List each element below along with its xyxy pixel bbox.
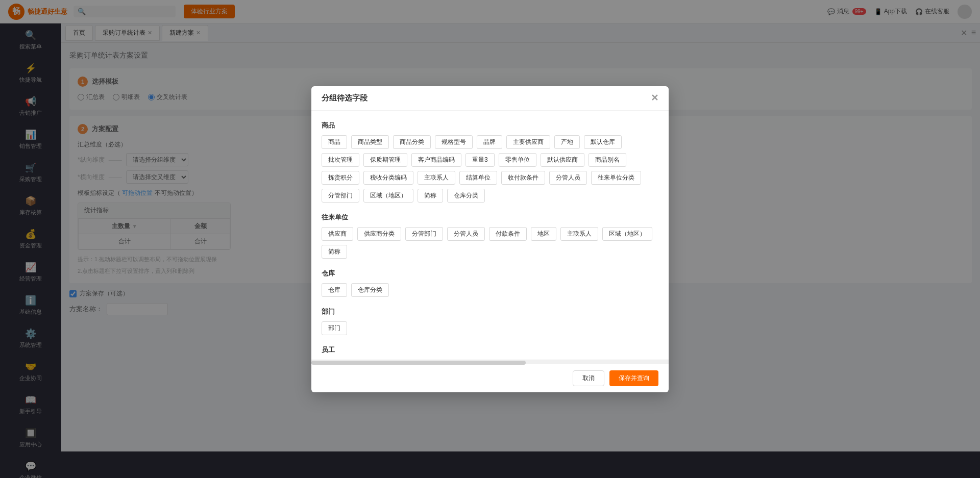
tag-origin[interactable]: 产地 (554, 135, 580, 149)
section-goods-tags: 商品 商品类型 商品分类 规格型号 品牌 主要供应商 产地 默认仓库 批次管理 … (322, 135, 658, 203)
tag-party-dept[interactable]: 分管部门 (405, 227, 443, 241)
tag-supplier[interactable]: 供应商 (322, 227, 353, 241)
tag-party-payment[interactable]: 付款条件 (489, 227, 527, 241)
tag-dept[interactable]: 分管部门 (322, 189, 359, 203)
tag-department[interactable]: 部门 (322, 321, 347, 335)
tag-warehouse[interactable]: 仓库 (322, 283, 347, 297)
modal-overlay: 分组待选字段 ✕ 商品 商品 商品类型 商品分类 规格型号 品牌 主要供应商 产… (0, 0, 980, 478)
tag-payment-terms[interactable]: 收付款条件 (501, 171, 545, 185)
tag-region[interactable]: 区域（地区） (363, 189, 413, 203)
modal-header: 分组待选字段 ✕ (311, 86, 669, 111)
tag-manager[interactable]: 分管人员 (549, 171, 587, 185)
modal-title: 分组待选字段 (322, 93, 368, 103)
tag-goods-spec[interactable]: 规格型号 (435, 135, 473, 149)
section-party-tags: 供应商 供应商分类 分管部门 分管人员 付款条件 地区 主联系人 区域（地区） … (322, 227, 658, 259)
section-warehouse-title: 仓库 (322, 269, 658, 278)
tag-party-manager[interactable]: 分管人员 (447, 227, 485, 241)
tag-customer-code[interactable]: 客户商品编码 (411, 153, 461, 167)
section-goods: 商品 商品 商品类型 商品分类 规格型号 品牌 主要供应商 产地 默认仓库 批次… (322, 121, 658, 203)
section-party-title: 往来单位 (322, 213, 658, 222)
modal-footer: 取消 保存并查询 (311, 364, 669, 392)
tag-warehouse-category[interactable]: 仓库分类 (447, 189, 485, 203)
tag-batch[interactable]: 批次管理 (322, 153, 359, 167)
tag-party-area[interactable]: 区域（地区） (602, 227, 652, 241)
modal-close-button[interactable]: ✕ (651, 93, 658, 103)
tag-goods-category[interactable]: 商品分类 (393, 135, 431, 149)
field-select-modal: 分组待选字段 ✕ 商品 商品 商品类型 商品分类 规格型号 品牌 主要供应商 产… (311, 86, 669, 392)
tag-goods[interactable]: 商品 (322, 135, 347, 149)
tag-party-region[interactable]: 地区 (531, 227, 556, 241)
modal-confirm-button[interactable]: 保存并查询 (609, 370, 658, 386)
section-dept-tags: 部门 (322, 321, 658, 335)
modal-body[interactable]: 商品 商品 商品类型 商品分类 规格型号 品牌 主要供应商 产地 默认仓库 批次… (311, 111, 669, 360)
section-warehouse-tags: 仓库 仓库分类 (322, 283, 658, 297)
tag-tax-code[interactable]: 税收分类编码 (363, 171, 413, 185)
section-dept-title: 部门 (322, 307, 658, 316)
tag-party-abbr[interactable]: 简称 (322, 245, 347, 259)
section-employee-title: 员工 (322, 345, 658, 355)
section-party: 往来单位 供应商 供应商分类 分管部门 分管人员 付款条件 地区 主联系人 区域… (322, 213, 658, 259)
tag-party-category[interactable]: 往来单位分类 (591, 171, 641, 185)
tag-default-warehouse[interactable]: 默认仓库 (584, 135, 622, 149)
tag-settle-unit[interactable]: 结算单位 (459, 171, 497, 185)
tag-goods-alias[interactable]: 商品别名 (589, 153, 626, 167)
tag-main-contact[interactable]: 主联系人 (418, 171, 455, 185)
section-employee: 员工 业务员 (322, 345, 658, 360)
section-warehouse: 仓库 仓库 仓库分类 (322, 269, 658, 297)
tag-default-supplier[interactable]: 默认供应商 (541, 153, 584, 167)
tag-party-contact[interactable]: 主联系人 (560, 227, 598, 241)
tag-brand[interactable]: 品牌 (477, 135, 502, 149)
modal-cancel-button[interactable]: 取消 (573, 370, 604, 386)
modal-horizontal-scrollbar[interactable] (311, 360, 669, 363)
tag-expiry[interactable]: 保质期管理 (363, 153, 407, 167)
section-goods-title: 商品 (322, 121, 658, 130)
tag-pick-score[interactable]: 拣货积分 (322, 171, 359, 185)
tag-retail-unit[interactable]: 零售单位 (499, 153, 536, 167)
tag-wh-category[interactable]: 仓库分类 (351, 283, 389, 297)
tag-short-name[interactable]: 简称 (418, 189, 443, 203)
tag-supplier-category[interactable]: 供应商分类 (357, 227, 401, 241)
modal-hscroll-thumb (311, 361, 526, 365)
tag-main-supplier[interactable]: 主要供应商 (506, 135, 550, 149)
tag-weight[interactable]: 重量3 (465, 153, 495, 167)
tag-goods-type[interactable]: 商品类型 (351, 135, 389, 149)
section-dept: 部门 部门 (322, 307, 658, 335)
